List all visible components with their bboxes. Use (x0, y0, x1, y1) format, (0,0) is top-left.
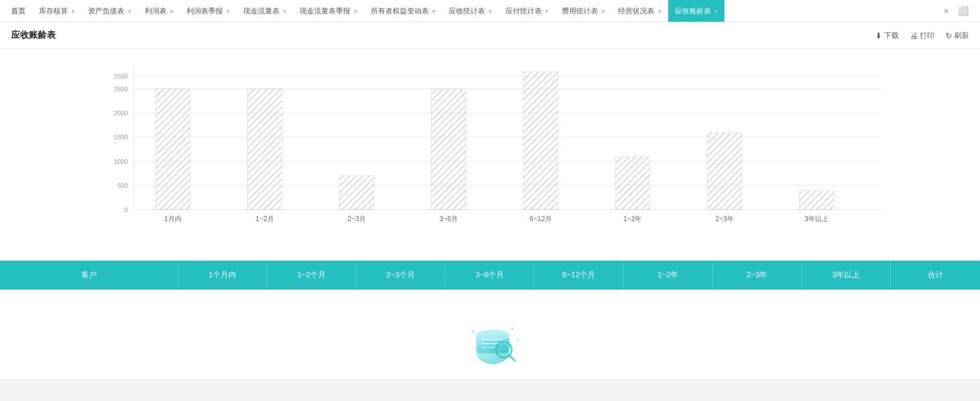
tab-ystj-label: 应收统计表 (449, 6, 485, 16)
tab-xjll-close[interactable]: × (283, 8, 286, 14)
tab-ystj[interactable]: 应收统计表 × (442, 0, 498, 22)
tab-ystj-close[interactable]: × (488, 8, 492, 14)
tab-lrbjb-close[interactable]: × (226, 8, 229, 14)
page-header: 应收账龄表 ⬇ 下载 🖨 打印 ↻ 刷新 (0, 22, 980, 49)
svg-point-35 (511, 327, 513, 330)
chart-svg: 0 500 1000 1500 2000 2500 2500 1月内 (22, 60, 958, 238)
svg-point-34 (472, 330, 475, 333)
th-6-12month: 6~12个月 (535, 261, 624, 290)
download-icon: ⬇ (875, 31, 882, 40)
page-title: 应收账龄表 (11, 30, 56, 41)
svg-text:1000: 1000 (114, 158, 128, 165)
tab-zcfz-close[interactable]: × (128, 8, 131, 14)
main-content: 0 500 1000 1500 2000 2500 2500 1月内 (0, 49, 980, 379)
tab-lrb-label: 利润表 (145, 6, 166, 16)
tab-yftj-label: 应付统计表 (506, 6, 542, 16)
tab-lrb-close[interactable]: × (170, 8, 173, 14)
tab-jyzk[interactable]: 经营状况表 × (611, 0, 668, 22)
tab-yftj[interactable]: 应付统计表 × (499, 0, 555, 22)
tab-fytj-label: 费用统计表 (562, 6, 598, 16)
th-3year-above: 3年以上 (802, 261, 891, 290)
svg-text:1~2年: 1~2年 (624, 215, 642, 223)
chart-area: 0 500 1000 1500 2000 2500 2500 1月内 (0, 49, 980, 261)
refresh-label: 刷新 (954, 31, 969, 41)
svg-text:2500: 2500 (114, 73, 128, 80)
tab-lrbjb[interactable]: 利润表季报 × (180, 0, 236, 22)
svg-line-33 (509, 355, 515, 361)
th-2-3year: 2~3年 (713, 261, 802, 290)
tab-yszl[interactable]: 应收账龄表 × (668, 0, 724, 22)
svg-text:6~12月: 6~12月 (530, 215, 552, 223)
svg-text:2000: 2000 (114, 110, 128, 116)
tab-yftj-close[interactable]: × (545, 8, 548, 14)
tab-xjlljb-close[interactable]: × (354, 8, 357, 14)
tab-lrbjb-label: 利润表季报 (187, 6, 223, 16)
bar-2-3nian (707, 133, 742, 209)
svg-text:2~3月: 2~3月 (347, 215, 366, 223)
tab-bar: 首页 库存核算 × 资产负债表 × 利润表 × 利润表季报 × 现金流量表 × … (0, 0, 980, 22)
svg-text:1月内: 1月内 (164, 215, 182, 223)
empty-icon (462, 312, 518, 368)
tab-home-label: 首页 (11, 6, 26, 16)
th-1month: 1个月内 (178, 261, 267, 290)
th-1-2month: 1~2个月 (267, 261, 356, 290)
empty-illustration (462, 312, 523, 373)
tab-xjlljb[interactable]: 现金流量表季报 × (293, 0, 364, 22)
tab-syqy-label: 所有者权益变动表 (371, 6, 429, 16)
tab-yszl-label: 应收账龄表 (675, 6, 711, 16)
bar-3-6yue (432, 89, 466, 210)
svg-text:0: 0 (124, 207, 128, 213)
svg-text:1500: 1500 (114, 134, 128, 140)
download-btn[interactable]: ⬇ 下载 (875, 31, 899, 41)
svg-point-36 (517, 339, 519, 341)
tab-fytj[interactable]: 费用统计表 × (555, 0, 611, 22)
th-3-6month: 3~6个月 (445, 261, 535, 290)
tab-jyzk-label: 经营状况表 (618, 6, 654, 16)
bar-2-3yue (340, 175, 374, 209)
print-label: 打印 (920, 31, 934, 41)
table-header: 客户 1个月内 1~2个月 2~3个月 3~6个月 6~12个月 1~2年 2~… (0, 261, 980, 290)
header-actions: ⬇ 下载 🖨 打印 ↻ 刷新 (875, 31, 969, 41)
bar-3nian-above (799, 190, 834, 209)
svg-point-32 (499, 345, 509, 355)
tab-syqy-close[interactable]: × (432, 8, 435, 14)
svg-text:1~2月: 1~2月 (256, 215, 274, 223)
bar-1-2yue (247, 89, 282, 210)
tab-jyzk-close[interactable]: × (658, 8, 661, 14)
window-controls: × ⬜ (942, 4, 976, 17)
print-btn[interactable]: 🖨 打印 (910, 31, 934, 41)
tab-xjll[interactable]: 现金流量表 × (237, 0, 293, 22)
bar-1yue (155, 89, 190, 210)
bar-6-12yue (523, 72, 558, 210)
window-close-btn[interactable]: × (942, 5, 951, 17)
tab-home[interactable]: 首页 (4, 0, 32, 22)
th-1-2year: 1~2年 (624, 261, 713, 290)
tab-yszl-close[interactable]: × (714, 8, 718, 14)
print-icon: 🖨 (910, 31, 918, 40)
svg-text:500: 500 (117, 182, 128, 189)
svg-text:3~6月: 3~6月 (439, 215, 458, 223)
tab-kucun-close[interactable]: × (71, 8, 75, 14)
refresh-icon: ↻ (945, 31, 952, 40)
window-restore-btn[interactable]: ⬜ (955, 4, 971, 17)
tab-syqy[interactable]: 所有者权益变动表 × (364, 0, 442, 22)
tab-lrb[interactable]: 利润表 × (138, 0, 180, 22)
bar-1-2nian (615, 157, 650, 209)
svg-text:2500: 2500 (114, 86, 128, 92)
empty-area (0, 290, 980, 379)
tab-kucun[interactable]: 库存核算 × (32, 0, 81, 22)
download-label: 下载 (884, 31, 899, 41)
svg-text:2~3年: 2~3年 (716, 215, 734, 223)
refresh-btn[interactable]: ↻ 刷新 (945, 31, 969, 41)
tab-zcfz-label: 资产负债表 (88, 6, 124, 16)
tab-zcfz[interactable]: 资产负债表 × (81, 0, 138, 22)
th-2-3month: 2~3个月 (356, 261, 445, 290)
tab-fytj-close[interactable]: × (601, 8, 605, 14)
svg-text:3年以上: 3年以上 (805, 215, 829, 223)
tab-kucun-label: 库存核算 (39, 6, 68, 16)
tab-xjlljb-label: 现金流量表季报 (300, 6, 350, 16)
tab-xjll-label: 现金流量表 (243, 6, 280, 16)
th-customer: 客户 (0, 261, 178, 290)
th-total: 合计 (891, 261, 980, 290)
